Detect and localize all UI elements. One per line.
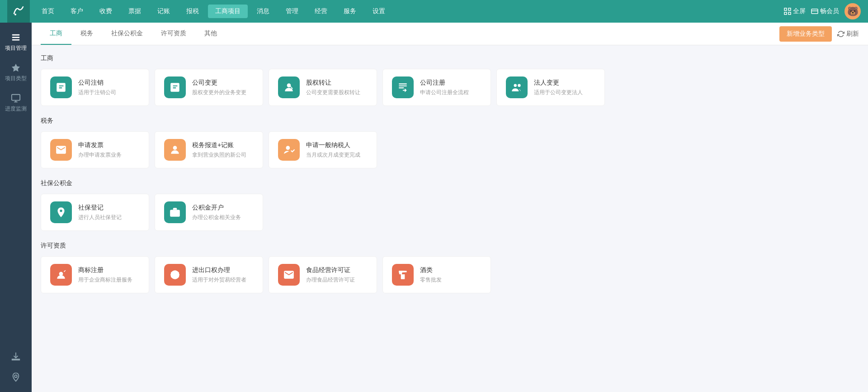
new-business-type-button[interactable]: 新增业务类型 bbox=[779, 26, 832, 42]
card-desc-social-security: 进行人员社保登记 bbox=[78, 214, 122, 221]
nav-management[interactable]: 管理 bbox=[278, 5, 306, 18]
svg-rect-10 bbox=[12, 95, 20, 100]
card-title-equity-transfer: 股权转让 bbox=[306, 79, 360, 87]
cancel-company-icon bbox=[50, 76, 72, 98]
svg-rect-5 bbox=[811, 9, 818, 14]
card-desc-provident-fund: 办理公积金相关业务 bbox=[192, 214, 241, 221]
section-title-license: 许可资质 bbox=[41, 242, 859, 250]
invoice-icon bbox=[50, 139, 72, 161]
card-desc-company-change: 股权变更外的业务变更 bbox=[192, 89, 246, 96]
nav-accounting[interactable]: 记账 bbox=[150, 5, 177, 18]
scroll-content: 工商 公司注销 适用于注销公司 bbox=[32, 45, 868, 392]
card-company-register[interactable]: 公司注册 申请公司注册全流程 bbox=[382, 69, 491, 106]
sidebar-item-project-type[interactable]: 项目类型 bbox=[0, 57, 32, 88]
nav-bill[interactable]: 票据 bbox=[121, 5, 148, 18]
section-title-tax: 税务 bbox=[41, 117, 859, 125]
card-company-cancel[interactable]: 公司注销 适用于注销公司 bbox=[41, 69, 149, 106]
sidebar-item-location[interactable] bbox=[0, 367, 32, 387]
nav-tax[interactable]: 报税 bbox=[179, 5, 206, 18]
nav-service[interactable]: 服务 bbox=[336, 5, 363, 18]
svg-point-13 bbox=[14, 375, 17, 378]
sidebar-item-progress-monitor[interactable]: 进度监测 bbox=[0, 88, 32, 118]
sidebar-label-project-management: 项目管理 bbox=[5, 44, 27, 52]
sidebar-bottom bbox=[0, 346, 32, 392]
tab-industrial[interactable]: 工商 bbox=[41, 23, 71, 45]
food-license-icon bbox=[278, 264, 300, 286]
register-company-icon bbox=[392, 76, 414, 98]
import-export-icon bbox=[164, 264, 186, 286]
card-tax-report[interactable]: 税务报道+记账 拿到营业执照的新公司 bbox=[155, 131, 263, 168]
card-company-change[interactable]: 公司变更 股权变更外的业务变更 bbox=[155, 69, 263, 106]
nav-operation[interactable]: 经营 bbox=[307, 5, 335, 18]
refresh-label: 刷新 bbox=[846, 30, 859, 38]
sidebar: 项目管理 项目类型 进度监测 bbox=[0, 23, 32, 392]
star-icon bbox=[11, 63, 21, 73]
refresh-button[interactable]: 刷新 bbox=[837, 30, 859, 38]
nav-message[interactable]: 消息 bbox=[250, 5, 277, 18]
svg-point-15 bbox=[514, 84, 517, 87]
card-alcohol[interactable]: 酒类 零售批发 bbox=[382, 256, 491, 293]
svg-point-18 bbox=[286, 146, 290, 150]
card-trademark[interactable]: 商标注册 用于企业商标注册服务 bbox=[41, 256, 149, 293]
card-info-taxpayer: 申请一般纳税人 当月或次月成变更完成 bbox=[306, 141, 360, 159]
card-info-import-export: 进出口权办理 适用于对外贸易经营者 bbox=[192, 266, 246, 284]
card-invoice[interactable]: 申请发票 办理申请发票业务 bbox=[41, 131, 149, 168]
tax-report-icon bbox=[164, 139, 186, 161]
card-desc-import-export: 适用于对外贸易经营者 bbox=[192, 276, 246, 284]
social-security-icon bbox=[50, 201, 72, 223]
card-equity-transfer[interactable]: 股权转让 公司变更需要股权转让 bbox=[269, 69, 377, 106]
card-info-tax-report: 税务报道+记账 拿到营业执照的新公司 bbox=[192, 141, 246, 159]
card-food-license[interactable]: 食品经营许可证 办理食品经营许可证 bbox=[269, 256, 377, 293]
card-desc-taxpayer: 当月或次月成变更完成 bbox=[306, 151, 360, 159]
sidebar-label-project-type: 项目类型 bbox=[5, 75, 27, 82]
card-title-invoice: 申请发票 bbox=[78, 141, 122, 149]
nav-home[interactable]: 首页 bbox=[34, 5, 61, 18]
card-title-company-cancel: 公司注销 bbox=[78, 79, 116, 87]
social-cards-grid: 社保登记 进行人员社保登记 公积金开户 办理公积金相关业务 bbox=[41, 194, 859, 231]
card-legal-change[interactable]: 法人变更 适用于公司变更法人 bbox=[496, 69, 605, 106]
user-avatar[interactable]: 🐻 bbox=[844, 3, 861, 19]
change-company-icon bbox=[164, 76, 186, 98]
tab-other[interactable]: 其他 bbox=[195, 23, 226, 45]
tab-bar: 工商 税务 社保公积金 许可资质 其他 新增业务类型 刷新 bbox=[32, 23, 868, 45]
fullscreen-button[interactable]: 全屏 bbox=[784, 7, 806, 15]
svg-rect-8 bbox=[12, 37, 20, 38]
card-info-food-license: 食品经营许可证 办理食品经营许可证 bbox=[306, 266, 355, 284]
card-title-alcohol: 酒类 bbox=[420, 266, 442, 274]
card-info-trademark: 商标注册 用于企业商标注册服务 bbox=[78, 266, 132, 284]
tab-license[interactable]: 许可资质 bbox=[152, 23, 195, 45]
trademark-icon bbox=[50, 264, 72, 286]
nav-fee[interactable]: 收费 bbox=[92, 5, 119, 18]
svg-rect-2 bbox=[788, 8, 791, 10]
member-button[interactable]: 畅会员 bbox=[811, 7, 839, 15]
svg-rect-3 bbox=[784, 12, 787, 14]
card-info-company-cancel: 公司注销 适用于注销公司 bbox=[78, 79, 116, 96]
main-layout: 项目管理 项目类型 进度监测 bbox=[0, 23, 868, 392]
tab-tax[interactable]: 税务 bbox=[71, 23, 102, 45]
sidebar-label-progress-monitor: 进度监测 bbox=[5, 105, 27, 113]
card-info-invoice: 申请发票 办理申请发票业务 bbox=[78, 141, 122, 159]
svg-rect-1 bbox=[784, 8, 787, 10]
taxpayer-icon bbox=[278, 139, 300, 161]
card-taxpayer[interactable]: 申请一般纳税人 当月或次月成变更完成 bbox=[269, 131, 377, 168]
card-import-export[interactable]: 进出口权办理 适用于对外贸易经营者 bbox=[155, 256, 263, 293]
card-title-import-export: 进出口权办理 bbox=[192, 266, 246, 274]
sidebar-item-download[interactable] bbox=[0, 346, 32, 367]
card-desc-alcohol: 零售批发 bbox=[420, 276, 442, 284]
card-title-provident-fund: 公积金开户 bbox=[192, 204, 241, 212]
svg-rect-4 bbox=[788, 12, 791, 14]
card-provident-fund[interactable]: 公积金开户 办理公积金相关业务 bbox=[155, 194, 263, 231]
card-desc-company-register: 申请公司注册全流程 bbox=[420, 89, 469, 96]
card-social-security[interactable]: 社保登记 进行人员社保登记 bbox=[41, 194, 149, 231]
nav-customer[interactable]: 客户 bbox=[63, 5, 90, 18]
sidebar-item-project-management[interactable]: 项目管理 bbox=[0, 27, 32, 57]
card-desc-tax-report: 拿到营业执照的新公司 bbox=[192, 151, 246, 159]
card-title-legal-change: 法人变更 bbox=[534, 79, 583, 87]
nav-settings[interactable]: 设置 bbox=[365, 5, 392, 18]
tab-social-security[interactable]: 社保公积金 bbox=[102, 23, 152, 45]
nav-industrial[interactable]: 工商项目 bbox=[208, 5, 248, 18]
card-desc-legal-change: 适用于公司变更法人 bbox=[534, 89, 583, 96]
nav-right-section: 全屏 畅会员 🐻 bbox=[784, 3, 861, 19]
content-area: 工商 税务 社保公积金 许可资质 其他 新增业务类型 刷新 工商 bbox=[32, 23, 868, 392]
top-navigation: 首页 客户 收费 票据 记账 报税 工商项目 消息 管理 经营 服务 设置 全屏… bbox=[0, 0, 868, 23]
